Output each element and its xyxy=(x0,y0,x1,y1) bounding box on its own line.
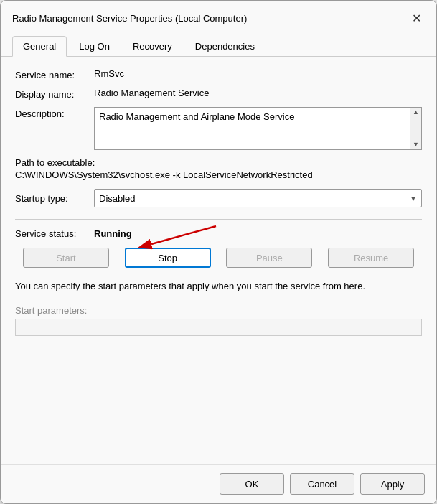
title-bar: Radio Management Service Properties (Loc… xyxy=(1,1,436,27)
info-text: You can specify the start parameters tha… xyxy=(15,279,422,294)
startup-label: Startup type: xyxy=(15,193,94,204)
tab-dependencies[interactable]: Dependencies xyxy=(184,36,266,57)
chevron-down-icon: ▼ xyxy=(410,195,417,202)
description-value: Radio Management and Airplane Mode Servi… xyxy=(95,108,410,149)
service-status-value: Running xyxy=(94,228,132,239)
display-name-row: Display name: Radio Management Service xyxy=(15,88,422,100)
display-name-value: Radio Management Service xyxy=(94,88,422,98)
tab-content: Service name: RmSvc Display name: Radio … xyxy=(1,57,436,464)
startup-row: Startup type: Disabled ▼ xyxy=(15,189,422,207)
scroll-down-icon[interactable]: ▼ xyxy=(413,141,419,148)
service-name-value: RmSvc xyxy=(94,68,422,79)
scroll-up-icon[interactable]: ▲ xyxy=(413,109,419,116)
footer: OK Cancel Apply xyxy=(1,464,436,503)
start-button[interactable]: Start xyxy=(23,248,109,268)
dialog-window: Radio Management Service Properties (Loc… xyxy=(0,0,437,504)
ok-button[interactable]: OK xyxy=(220,473,284,495)
dialog-title: Radio Management Service Properties (Loc… xyxy=(12,13,247,24)
cancel-button[interactable]: Cancel xyxy=(290,473,354,495)
svg-line-1 xyxy=(151,226,216,244)
service-name-row: Service name: RmSvc xyxy=(15,68,422,80)
red-arrow-icon xyxy=(137,223,223,251)
start-params-label: Start parameters: xyxy=(15,305,422,316)
tab-recovery[interactable]: Recovery xyxy=(122,36,183,57)
divider xyxy=(15,219,422,220)
service-status-row: Service status: Running xyxy=(15,228,422,239)
startup-value: Disabled xyxy=(99,193,136,204)
path-value: C:\WINDOWS\System32\svchost.exe -k Local… xyxy=(15,169,422,180)
description-box: Radio Management and Airplane Mode Servi… xyxy=(94,107,422,150)
resume-button[interactable]: Resume xyxy=(328,248,414,268)
path-section: Path to executable: C:\WINDOWS\System32\… xyxy=(15,157,422,180)
description-label: Description: xyxy=(15,107,94,119)
service-name-label: Service name: xyxy=(15,68,94,80)
tab-bar: General Log On Recovery Dependencies xyxy=(1,29,436,57)
path-label: Path to executable: xyxy=(15,157,422,168)
tab-logon[interactable]: Log On xyxy=(68,36,121,57)
pause-button[interactable]: Pause xyxy=(226,248,312,268)
apply-button[interactable]: Apply xyxy=(360,473,425,495)
start-params-input[interactable] xyxy=(15,319,422,336)
display-name-label: Display name: xyxy=(15,88,94,100)
close-button[interactable]: ✕ xyxy=(408,9,425,27)
tab-general[interactable]: General xyxy=(12,36,67,57)
startup-select[interactable]: Disabled ▼ xyxy=(94,189,422,207)
description-row: Description: Radio Management and Airpla… xyxy=(15,107,422,150)
description-scrollbar: ▲ ▼ xyxy=(410,108,421,149)
arrow-indicator xyxy=(137,223,223,251)
service-status-label: Service status: xyxy=(15,228,94,239)
